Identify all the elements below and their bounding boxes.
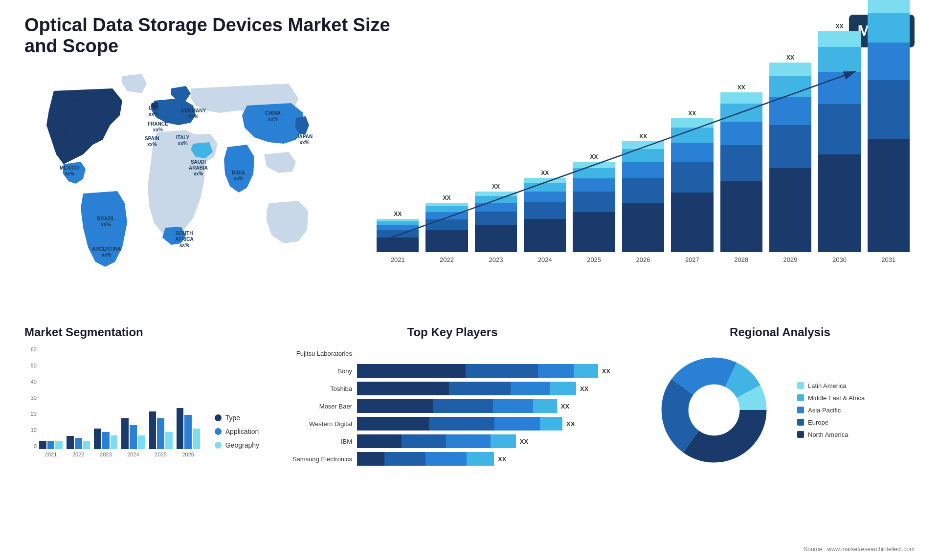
bar-label-2030: XX <box>835 23 843 30</box>
x-label-2022: 2022 <box>425 256 468 263</box>
germany-label: GERMANYxx% <box>181 108 206 120</box>
map-labels-container: CANADAxx% U.S.xx% MEXICOxx% BRAZILxx% AR… <box>24 62 328 291</box>
reg-legend-mea: Middle East & Africa <box>797 394 865 402</box>
x-label-2027: 2027 <box>671 256 713 263</box>
seg-geo-2021 <box>55 441 63 449</box>
y-40: 40 <box>24 379 37 385</box>
seg-type-2022 <box>67 436 74 449</box>
seg-bars-container: 60 50 40 30 20 10 0 <box>24 346 200 464</box>
y-60: 60 <box>24 346 37 352</box>
segmentation-section: Market Segmentation 60 50 40 30 20 10 0 <box>24 321 259 478</box>
player-value-toshiba: XX <box>580 385 588 392</box>
player-value-moser: XX <box>561 403 569 410</box>
seg-app-2024 <box>130 425 137 449</box>
bar-2031: XX <box>868 0 910 252</box>
donut-container: Latin America Middle East & Africa Asia … <box>646 346 915 474</box>
bar-label-2025: XX <box>590 153 598 160</box>
south-africa-label: SOUTHAFRICAxx% <box>175 231 194 248</box>
seg-type-2024 <box>121 418 129 449</box>
legend-geography: Geography <box>215 441 259 449</box>
seg-x-2022: 2022 <box>67 452 90 457</box>
x-label-2029: 2029 <box>769 256 811 263</box>
bar-label-2028: XX <box>738 84 745 91</box>
player-name-wd: Western Digital <box>274 420 352 428</box>
map-area: CANADAxx% U.S.xx% MEXICOxx% BRAZILxx% AR… <box>24 62 342 316</box>
seg-group-2022 <box>67 436 90 449</box>
seg-x-2025: 2025 <box>149 452 173 457</box>
france-label: FRANCExx% <box>148 121 168 133</box>
x-label-2031: 2031 <box>868 256 910 263</box>
bar-2030: XX <box>818 23 860 252</box>
bar-label-2022: XX <box>443 194 451 201</box>
seg-group-2024 <box>121 418 145 449</box>
x-label-2025: 2025 <box>573 256 615 263</box>
player-value-sony: XX <box>602 367 610 375</box>
seg-group-2025 <box>149 411 173 449</box>
canada-label: CANADAxx% <box>67 92 89 104</box>
x-label-2023: 2023 <box>475 256 517 263</box>
reg-legend-north-america: North America <box>797 431 865 438</box>
player-row-wd: Western Digital XX <box>274 417 631 431</box>
seg-bars-inner <box>24 346 200 449</box>
y-30: 30 <box>24 395 37 401</box>
reg-label-mea: Middle East & Africa <box>808 394 865 402</box>
seg-x-2026: 2026 <box>177 452 200 457</box>
italy-label: ITALYxx% <box>176 135 189 147</box>
seg-group-2023 <box>94 429 117 449</box>
players-title: Top Key Players <box>274 325 631 339</box>
legend-application: Application <box>215 428 259 435</box>
player-bar-wd: XX <box>357 417 631 431</box>
page-title: Optical Data Storage Devices Market Size… <box>24 15 416 57</box>
segmentation-title: Market Segmentation <box>24 325 259 339</box>
main-content: CANADAxx% U.S.xx% MEXICOxx% BRAZILxx% AR… <box>0 62 939 478</box>
reg-dot-latin <box>797 382 804 389</box>
india-label: INDIAxx% <box>232 170 245 182</box>
player-name-samsung: Samsung Electronics <box>274 455 352 463</box>
player-bar-moser: XX <box>357 399 631 413</box>
legend-type-label: Type <box>225 414 240 422</box>
bar-2025: XX <box>573 153 615 252</box>
donut-chart-svg <box>646 346 782 474</box>
x-label-2024: 2024 <box>524 256 566 263</box>
reg-dot-mea <box>797 394 804 401</box>
legend-type: Type <box>215 414 259 422</box>
player-row-moser: Moser Baer XX <box>274 399 631 413</box>
bar-label-2021: XX <box>394 211 402 217</box>
argentina-label: ARGENTINAxx% <box>92 246 121 258</box>
saudi-label: SAUDIARABIAxx% <box>189 159 208 177</box>
china-label: CHINAxx% <box>265 110 281 122</box>
legend-geo-dot <box>215 442 222 449</box>
reg-legend-latin: Latin America <box>797 382 865 389</box>
bar-label-2026: XX <box>639 133 647 140</box>
bottom-section: Market Segmentation 60 50 40 30 20 10 0 <box>24 316 915 478</box>
bar-2023: XX <box>475 183 517 252</box>
legend-app-label: Application <box>225 428 259 435</box>
header: Optical Data Storage Devices Market Size… <box>0 0 939 62</box>
y-axis-labels: 60 50 40 30 20 10 0 <box>24 346 37 449</box>
x-label-2030: 2030 <box>818 256 860 263</box>
bar-2029: XX <box>769 54 811 252</box>
bar-2028: XX <box>720 84 762 252</box>
regional-title: Regional Analysis <box>646 325 915 339</box>
bar-chart-container: XX XX <box>362 62 915 286</box>
seg-app-2022 <box>75 438 82 449</box>
players-chart: Fujitsu Laboratories Sony <box>274 346 631 466</box>
bar-label-2024: XX <box>541 170 549 176</box>
reg-label-europe: Europe <box>808 419 828 426</box>
legend-geo-label: Geography <box>225 441 259 449</box>
player-value-ibm: XX <box>520 438 528 445</box>
seg-geo-2024 <box>138 435 145 449</box>
legend-app-dot <box>215 428 222 435</box>
seg-app-2023 <box>102 432 110 449</box>
player-value-samsung: XX <box>498 455 506 463</box>
player-row-ibm: IBM XX <box>274 434 631 448</box>
seg-type-2025 <box>149 411 156 449</box>
seg-group-2021 <box>39 441 63 449</box>
y-0: 0 <box>24 443 37 449</box>
x-label-2026: 2026 <box>622 256 664 263</box>
seg-group-2026 <box>177 408 200 449</box>
bar-2024: XX <box>524 170 566 252</box>
x-axis: 2021 2022 2023 2024 2025 2026 2027 2028 … <box>362 252 915 263</box>
bar-2027: XX <box>671 110 713 252</box>
reg-label-north-america: North America <box>808 431 848 438</box>
